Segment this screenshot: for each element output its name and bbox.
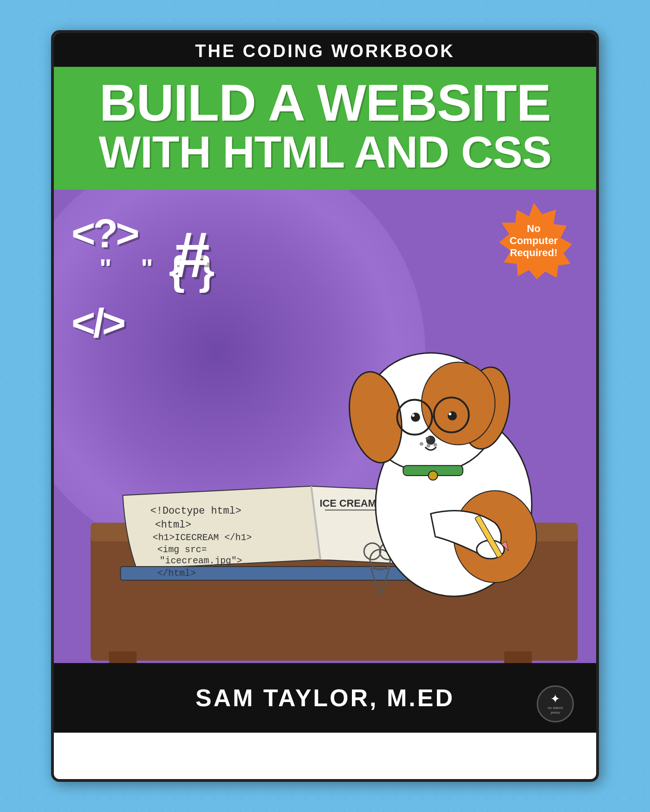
green-header: BUILD A WEBSITE with HTML and CSS (54, 67, 596, 190)
svg-point-24 (422, 362, 495, 445)
book-cover: THE CODING WORKBOOK BUILD A WEBSITE with… (51, 30, 599, 782)
series-title: THE CODING WORKBOOK (63, 41, 587, 61)
svg-point-35 (420, 442, 423, 445)
title-line1: BUILD A WEBSITE (72, 77, 578, 129)
svg-text:<img src=: <img src= (157, 545, 207, 555)
svg-text:</html>: </html> (157, 568, 196, 578)
svg-text:<!Doctype html>: <!Doctype html> (150, 505, 241, 517)
svg-point-28 (404, 408, 411, 415)
author-name: SAM TAYLOR, M.ED (195, 684, 455, 712)
svg-point-33 (426, 436, 436, 445)
code-symbols: <?> # " " { } </> (72, 213, 214, 371)
publisher-badge: ✦ no starchpress (537, 685, 574, 722)
top-bar: THE CODING WORKBOOK (54, 33, 596, 67)
badge-text: NoComputerRequired! (505, 218, 563, 264)
svg-text:<html>: <html> (155, 519, 191, 531)
hash-symbol: # (174, 222, 210, 287)
svg-point-36 (427, 444, 430, 447)
svg-line-27 (432, 416, 434, 417)
publisher-name: no starchpress (548, 706, 563, 715)
svg-point-31 (412, 414, 415, 417)
title-line2: with HTML and CSS (72, 129, 578, 176)
svg-point-34 (426, 437, 430, 440)
svg-point-37 (434, 443, 437, 446)
svg-text:<h1>ICECREAM </h1>: <h1>ICECREAM </h1> (153, 533, 252, 543)
svg-point-30 (448, 411, 457, 420)
quote-symbols: " " (99, 253, 155, 283)
illustration-area: NoComputerRequired! <?> # " " { } </> (54, 190, 596, 663)
svg-point-39 (429, 471, 438, 480)
svg-rect-3 (504, 651, 532, 663)
bottom-bar: SAM TAYLOR, M.ED ✦ no starchpress (54, 663, 596, 733)
svg-point-29 (411, 412, 420, 422)
svg-point-32 (448, 412, 451, 415)
closing-tag-symbol: </> (72, 303, 214, 343)
publisher-icon: ✦ (550, 693, 560, 705)
svg-rect-2 (109, 651, 136, 663)
svg-text:"icecream.jpg">: "icecream.jpg"> (160, 556, 242, 566)
svg-text:ICE CREAM: ICE CREAM (319, 497, 376, 509)
